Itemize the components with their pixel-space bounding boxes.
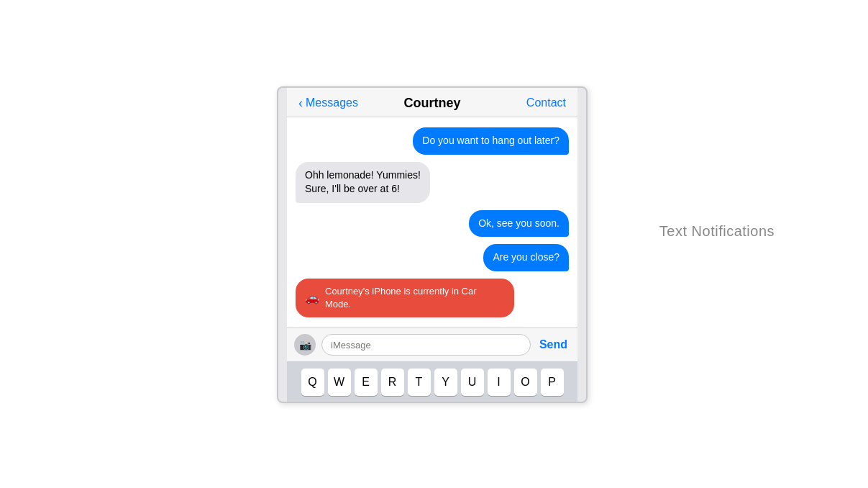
- message-bubble-sent: Are you close?: [483, 244, 569, 271]
- camera-icon: 📷: [299, 339, 311, 351]
- key-t[interactable]: T: [408, 369, 431, 396]
- message-input[interactable]: [321, 334, 531, 356]
- phone-frame: ‹ Messages Courtney Contact Do you want …: [277, 86, 588, 403]
- message-text: Are you close?: [493, 251, 559, 263]
- message-row: Ok, see you soon.: [296, 210, 569, 238]
- car-icon: 🚗: [305, 290, 319, 306]
- car-mode-bubble: 🚗 Courtney's iPhone is currently in Car …: [296, 279, 514, 317]
- conversation-title: Courtney: [403, 96, 460, 111]
- message-row: Do you want to hang out later?: [296, 127, 569, 155]
- message-text: Do you want to hang out later?: [422, 135, 559, 146]
- text-notifications-label: Text Notifications: [659, 223, 775, 240]
- screen: ‹ Messages Courtney Contact Do you want …: [287, 88, 577, 402]
- message-bubble-received: Ohh lemonade! Yummies!Sure, I'll be over…: [296, 162, 430, 203]
- message-text: Ok, see you soon.: [478, 217, 559, 229]
- key-u[interactable]: U: [461, 369, 484, 396]
- input-bar: 📷 Send: [287, 327, 577, 361]
- car-mode-text: Courtney's iPhone is currently in Car Mo…: [325, 285, 505, 311]
- key-i[interactable]: I: [488, 369, 511, 396]
- key-p[interactable]: P: [541, 369, 564, 396]
- back-chevron-icon: ‹: [298, 96, 303, 109]
- keyboard-row-1: Q W E R T Y U I O P: [291, 369, 573, 396]
- message-bubble-sent: Ok, see you soon.: [469, 210, 569, 238]
- key-o[interactable]: O: [514, 369, 537, 396]
- key-e[interactable]: E: [355, 369, 378, 396]
- side-button: [277, 131, 278, 160]
- key-r[interactable]: R: [381, 369, 404, 396]
- message-text: Ohh lemonade! Yummies!Sure, I'll be over…: [305, 169, 421, 195]
- back-label: Messages: [306, 96, 358, 109]
- messages-header: ‹ Messages Courtney Contact: [287, 88, 577, 117]
- messages-area: Do you want to hang out later? Ohh lemon…: [287, 117, 577, 327]
- camera-button[interactable]: 📷: [294, 334, 316, 356]
- send-button[interactable]: Send: [536, 338, 570, 351]
- back-button[interactable]: ‹ Messages: [298, 96, 358, 109]
- car-mode-row: 🚗 Courtney's iPhone is currently in Car …: [296, 279, 569, 317]
- keyboard: Q W E R T Y U I O P: [287, 361, 577, 402]
- key-y[interactable]: Y: [434, 369, 457, 396]
- key-w[interactable]: W: [328, 369, 351, 396]
- message-row: Are you close?: [296, 244, 569, 271]
- message-row: Ohh lemonade! Yummies!Sure, I'll be over…: [296, 162, 569, 203]
- contact-button[interactable]: Contact: [526, 96, 566, 109]
- message-bubble-sent: Do you want to hang out later?: [413, 127, 569, 155]
- key-q[interactable]: Q: [301, 369, 324, 396]
